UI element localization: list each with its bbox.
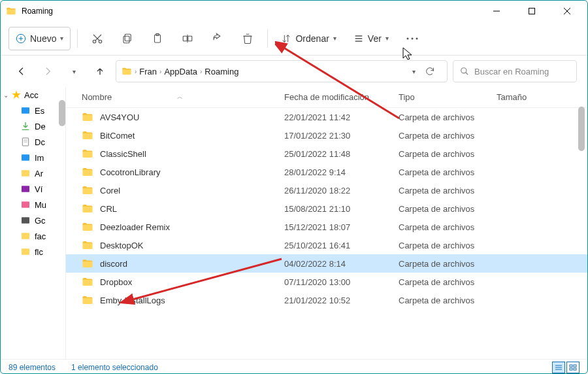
delete-button[interactable] xyxy=(235,27,261,50)
svg-rect-11 xyxy=(125,34,131,41)
file-name: discord xyxy=(100,259,127,269)
refresh-button[interactable] xyxy=(418,60,442,82)
sidebar: ⌄ Acc EsDeDcImArVíMuGcfacflc xyxy=(1,87,66,359)
column-name[interactable]: Nombre︿ xyxy=(82,92,284,102)
copy-button[interactable] xyxy=(114,27,140,50)
up-button[interactable] xyxy=(90,61,110,82)
new-label: Nuevo xyxy=(30,33,56,44)
folder-icon xyxy=(82,239,93,251)
chevron-down-icon: ▾ xyxy=(385,35,389,42)
file-row[interactable]: BitComet17/01/2022 21:30Carpeta de archi… xyxy=(66,126,587,144)
window-title: Roaming xyxy=(22,7,482,16)
svg-rect-33 xyxy=(22,170,29,176)
file-name: CRL xyxy=(100,204,117,214)
search-box[interactable]: Buscar en Roaming xyxy=(453,60,577,82)
breadcrumb-item[interactable]: Fran xyxy=(139,67,157,76)
file-type: Carpeta de archivos xyxy=(399,259,497,269)
column-modified[interactable]: Fecha de modificación xyxy=(284,92,399,102)
file-row[interactable]: CocotronLibrary28/01/2022 9:14Carpeta de… xyxy=(66,163,587,181)
main-area: ⌄ Acc EsDeDcImArVíMuGcfacflc Nombre︿ Fec… xyxy=(1,87,587,359)
sidebar-scrollbar[interactable] xyxy=(59,100,65,126)
file-row[interactable]: AVS4YOU22/01/2021 11:42Carpeta de archiv… xyxy=(66,108,587,126)
rename-button[interactable] xyxy=(174,27,201,50)
clipboard-icon xyxy=(152,33,163,44)
file-row[interactable]: Emby-InstallLogs21/01/2022 10:52Carpeta … xyxy=(66,291,587,309)
folder-icon xyxy=(82,148,93,160)
new-button[interactable]: Nuevo ▾ xyxy=(8,27,71,50)
view-label: Ver xyxy=(368,33,382,44)
sidebar-item-label: Mu xyxy=(35,200,46,210)
sidebar-item[interactable]: Im xyxy=(1,150,65,165)
file-row[interactable]: CRL15/08/2021 21:10Carpeta de archivos xyxy=(66,199,587,218)
sidebar-item[interactable]: Ví xyxy=(1,181,65,197)
file-date: 04/02/2022 8:14 xyxy=(284,259,399,269)
sidebar-item-label: Es xyxy=(35,106,44,116)
minimize-button[interactable] xyxy=(482,1,512,22)
svg-rect-15 xyxy=(184,36,188,41)
view-button[interactable]: Ver ▾ xyxy=(347,27,395,50)
separator xyxy=(77,29,78,48)
cut-button[interactable] xyxy=(84,27,110,50)
forward-button[interactable] xyxy=(37,61,58,82)
file-date: 07/11/2020 13:00 xyxy=(284,277,399,287)
address-bar[interactable]: › Fran › AppData › Roaming ▾ xyxy=(116,60,448,82)
grid-icon xyxy=(569,364,577,371)
file-row[interactable]: ClassicShell25/01/2022 11:48Carpeta de a… xyxy=(66,144,587,163)
folder-icon xyxy=(122,66,132,76)
svg-rect-37 xyxy=(22,233,29,239)
chevron-down-icon[interactable]: ▾ xyxy=(412,68,416,75)
file-date: 28/01/2022 9:14 xyxy=(284,167,399,177)
svg-rect-38 xyxy=(22,248,29,254)
sort-icon xyxy=(281,33,291,44)
folder-icon xyxy=(82,276,93,288)
sidebar-item[interactable]: Mu xyxy=(1,197,65,212)
folder-icon xyxy=(82,184,93,196)
file-row[interactable]: DesktopOK25/10/2021 16:41Carpeta de arch… xyxy=(66,236,587,254)
maximize-button[interactable] xyxy=(517,1,547,22)
chevron-right-icon: › xyxy=(200,68,202,75)
paste-button[interactable] xyxy=(144,27,171,50)
back-button[interactable] xyxy=(11,61,32,82)
sidebar-group-quick-access[interactable]: ⌄ Acc xyxy=(1,87,65,103)
star-icon xyxy=(11,90,22,100)
sidebar-item[interactable]: Ar xyxy=(1,165,65,181)
svg-rect-45 xyxy=(574,368,576,370)
sidebar-item[interactable]: Es xyxy=(1,103,65,118)
sidebar-item[interactable]: fac xyxy=(1,228,65,244)
details-icon xyxy=(555,364,563,371)
folder-icon xyxy=(82,221,93,233)
square-icon xyxy=(20,152,31,163)
breadcrumb-item[interactable]: AppData xyxy=(164,67,197,76)
sidebar-item[interactable]: flc xyxy=(1,244,65,260)
details-view-button[interactable] xyxy=(552,362,565,373)
svg-rect-44 xyxy=(570,368,572,370)
file-row[interactable]: Deezloader Remix15/12/2021 18:07Carpeta … xyxy=(66,218,587,236)
sidebar-item[interactable]: De xyxy=(1,118,65,134)
recent-button[interactable]: ▾ xyxy=(63,61,84,82)
document-icon xyxy=(20,137,31,147)
sidebar-item-label: flc xyxy=(35,247,43,257)
view-mode-buttons xyxy=(552,362,580,373)
file-date: 22/01/2021 11:42 xyxy=(284,112,399,122)
column-type[interactable]: Tipo xyxy=(399,92,497,102)
file-row[interactable]: Dropbox07/11/2020 13:00Carpeta de archiv… xyxy=(66,273,587,291)
share-button[interactable] xyxy=(204,27,231,50)
trash-icon xyxy=(242,33,253,44)
sidebar-item[interactable]: Gc xyxy=(1,212,65,228)
more-button[interactable] xyxy=(399,27,425,50)
breadcrumb-item[interactable]: Roaming xyxy=(204,67,238,76)
thumbnails-view-button[interactable] xyxy=(566,362,580,373)
list-scrollbar[interactable] xyxy=(578,107,585,151)
svg-rect-32 xyxy=(22,154,29,160)
file-date: 15/08/2021 21:10 xyxy=(284,204,399,214)
svg-point-26 xyxy=(461,68,466,73)
file-row[interactable]: discord04/02/2022 8:14Carpeta de archivo… xyxy=(66,254,587,273)
column-size[interactable]: Tamaño xyxy=(497,92,582,102)
file-date: 17/01/2022 21:30 xyxy=(284,131,399,141)
file-row[interactable]: Corel26/11/2020 18:22Carpeta de archivos xyxy=(66,181,587,199)
svg-point-23 xyxy=(406,37,408,39)
sort-button[interactable]: Ordenar ▾ xyxy=(274,27,342,50)
folder-icon xyxy=(82,258,93,269)
sidebar-item[interactable]: Dc xyxy=(1,134,65,150)
close-button[interactable] xyxy=(552,1,582,22)
